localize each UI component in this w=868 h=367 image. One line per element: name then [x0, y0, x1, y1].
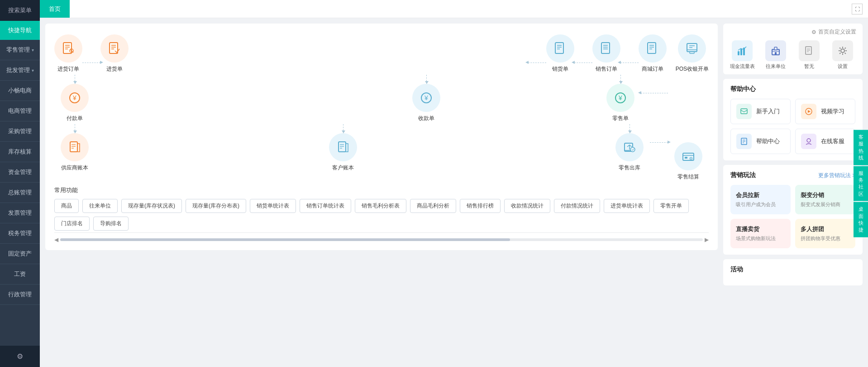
- common-func-button[interactable]: 商品毛利分析: [410, 199, 456, 213]
- marketing-card: 营销玩法 更多营销玩法 > 会员拉新吸引用户成为会员裂变分销裂变式发展分销商直播…: [723, 165, 863, 255]
- svg-rect-31: [70, 142, 77, 152]
- more-marketing-button[interactable]: 更多营销玩法 >: [818, 172, 855, 179]
- help-item[interactable]: 新手入门: [730, 99, 791, 124]
- activities-card: 活动: [723, 259, 863, 285]
- svg-point-66: [807, 139, 811, 142]
- common-func-button[interactable]: 付款情况统计: [554, 199, 600, 213]
- common-func-button[interactable]: 销售排行榜: [460, 199, 501, 213]
- common-func-button[interactable]: 现存量(库存状况表): [121, 199, 182, 213]
- marketing-item[interactable]: 会员拉新吸引用户成为会员: [730, 185, 791, 214]
- node-sale-order[interactable]: 销售订单: [592, 34, 620, 73]
- retail-settle-icon: ¥: [674, 142, 702, 170]
- sidebar-item-finance[interactable]: 资金管理: [0, 162, 40, 183]
- marketing-item[interactable]: 直播卖货场景式购物新玩法: [730, 219, 791, 248]
- common-func-button[interactable]: 零售开单: [653, 199, 689, 213]
- scroll-thumb: [60, 238, 510, 241]
- sidebar-item-fixed-assets[interactable]: 固定资产: [0, 244, 40, 264]
- common-func-button[interactable]: 现存量(库存分布表): [186, 199, 246, 213]
- common-func-button[interactable]: 销售毛利分析表: [355, 199, 406, 213]
- quick-access-icon-item[interactable]: 往来单位: [763, 40, 788, 70]
- common-func-button[interactable]: 收款情况统计: [504, 199, 550, 213]
- help-center-card: 帮助中心 新手入门视频学习帮助中心在线客服: [723, 79, 863, 160]
- tab-home[interactable]: 首页: [40, 0, 70, 18]
- topbar: 首页 ⛶: [40, 0, 868, 18]
- receipt-icon: ¥: [412, 84, 440, 112]
- sale-order-icon: [592, 34, 620, 63]
- sidebar-item-retail[interactable]: 零售管理 ▾: [0, 40, 40, 60]
- scroll-track[interactable]: [60, 238, 703, 241]
- quick-access-icon: [799, 40, 820, 61]
- homepage-settings-button[interactable]: ⚙ 首页自定义设置: [811, 28, 856, 36]
- quick-access-icon-label: 设置: [838, 63, 848, 70]
- quick-access-icon-label: 往来单位: [766, 63, 786, 70]
- marketing-item[interactable]: 裂变分销裂变式发展分销商: [795, 185, 855, 214]
- svg-rect-16: [648, 43, 656, 53]
- purchase-order-icon: [54, 34, 82, 63]
- common-func-button[interactable]: 门店排名: [54, 217, 90, 231]
- mall-order-icon: [639, 34, 667, 63]
- node-mall-order[interactable]: 商城订单: [639, 34, 667, 73]
- common-func-button[interactable]: 进货单统计表: [604, 199, 650, 213]
- common-func-button[interactable]: 往来单位: [82, 199, 118, 213]
- quick-access-icon-item[interactable]: 设置: [830, 40, 855, 70]
- customer-account-icon: [329, 133, 357, 161]
- common-func-button[interactable]: 商品: [54, 199, 79, 213]
- common-func-button[interactable]: 销货单统计表: [250, 199, 296, 213]
- sidebar-gear-button[interactable]: ⚙: [0, 346, 40, 367]
- desktop-shortcut-button[interactable]: 桌面快捷: [854, 202, 868, 237]
- svg-rect-49: [740, 49, 742, 55]
- common-functions-section: 常用功能 商品往来单位现存量(库存状况表)现存量(库存分布表)销货单统计表销售订…: [54, 186, 709, 243]
- fullscreen-button[interactable]: ⛶: [852, 4, 863, 14]
- sidebar-item-purchase[interactable]: 采购管理: [0, 121, 40, 142]
- sidebar: 搜索菜单 快捷导航 零售管理 ▾ 批发管理 ▾ 小畅电商 电商管理 采购管理 库…: [0, 0, 40, 367]
- float-buttons: 客服热线 服务社区 桌面快捷: [854, 130, 868, 237]
- marketing-item-subtitle: 场景式购物新玩法: [736, 235, 785, 242]
- sidebar-item-accounting[interactable]: 总账管理: [0, 183, 40, 203]
- sidebar-item-ecom1[interactable]: 小畅电商: [0, 81, 40, 101]
- help-item[interactable]: 在线客服: [795, 129, 855, 154]
- sidebar-item-salary[interactable]: 工资: [0, 264, 40, 285]
- retail-out-icon: [615, 133, 644, 161]
- svg-rect-45: [685, 157, 687, 159]
- scroll-left-arrow[interactable]: ◀: [54, 237, 58, 243]
- content-area: 进货订单 ▶: [40, 18, 868, 367]
- common-func-button[interactable]: 销售订单统计表: [300, 199, 351, 213]
- gear-small-icon: ⚙: [811, 29, 816, 35]
- sidebar-item-tax[interactable]: 税务管理: [0, 223, 40, 244]
- help-item[interactable]: 帮助中心: [730, 129, 791, 154]
- sidebar-item-admin[interactable]: 行政管理: [0, 285, 40, 305]
- node-purchase-order[interactable]: 进货订单: [54, 34, 82, 73]
- payment-icon: ¥: [61, 84, 89, 112]
- help-item-icon: [801, 104, 816, 119]
- customer-service-button[interactable]: 客服热线: [854, 130, 868, 165]
- chevron-down-icon: ▾: [32, 68, 34, 73]
- sidebar-item-invoice[interactable]: 发票管理: [0, 203, 40, 223]
- svg-rect-54: [775, 52, 777, 55]
- help-item[interactable]: 视频学习: [795, 99, 855, 124]
- right-panel: ⚙ 首页自定义设置 现金流量表往来单位暂无设置 帮助中心 新手入门视频学习帮助中…: [723, 18, 868, 367]
- node-purchase-bill[interactable]: 进货单: [100, 34, 129, 73]
- quick-access-icon-item[interactable]: 暂无: [796, 40, 822, 70]
- sidebar-item-ecom2[interactable]: 电商管理: [0, 101, 40, 121]
- help-item-icon: [801, 134, 816, 149]
- left-panel: 进货订单 ▶: [40, 18, 723, 367]
- supplier-account-icon: [61, 133, 89, 161]
- quick-access-icon-item[interactable]: 现金流量表: [730, 40, 755, 70]
- quick-access-icon-label: 现金流量表: [730, 63, 755, 70]
- marketing-item-subtitle: 裂变式发展分销商: [801, 201, 850, 208]
- help-item-label: 帮助中心: [756, 137, 780, 145]
- search-menu-button[interactable]: 搜索菜单: [0, 0, 40, 21]
- community-button[interactable]: 服务社区: [854, 166, 868, 201]
- marketing-item[interactable]: 多人拼团拼团购物享受优惠: [795, 219, 855, 248]
- quick-nav-button[interactable]: 快捷导航: [0, 21, 40, 40]
- scrollbar: ◀ ▶: [54, 232, 709, 243]
- node-sale-bill[interactable]: 销货单: [546, 34, 574, 73]
- help-item-label: 在线客服: [821, 137, 844, 145]
- sidebar-item-inventory[interactable]: 库存核算: [0, 142, 40, 162]
- svg-rect-35: [339, 142, 346, 152]
- quick-access-icon: [765, 40, 786, 61]
- common-func-button[interactable]: 导购排名: [93, 217, 129, 231]
- node-pos[interactable]: POS收银开单: [676, 34, 709, 73]
- sidebar-item-wholesale[interactable]: 批发管理 ▾: [0, 60, 40, 81]
- scroll-right-arrow[interactable]: ▶: [705, 237, 709, 243]
